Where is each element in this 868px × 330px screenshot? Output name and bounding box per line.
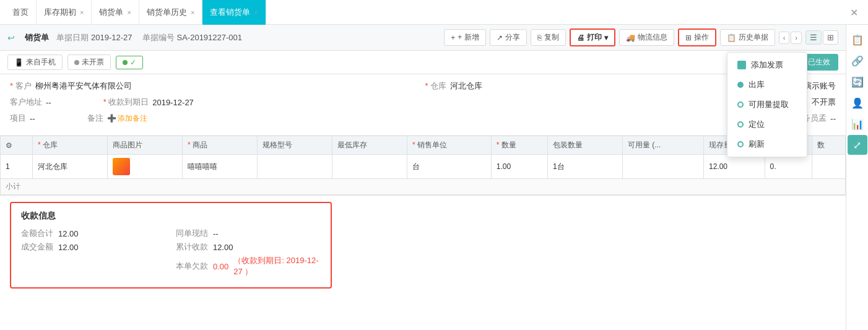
close-tab-history[interactable]: × — [191, 9, 194, 16]
doc-meta: 单据日期 2019-12-27 单据编号 SA-20191227-001 — [56, 32, 436, 43]
row-warehouse: 河北仓库 — [33, 155, 108, 179]
doc-date-label: 单据日期 — [56, 32, 89, 43]
table-header-row: ⚙ 仓库 商品图片 商品 规格型号 最低库存 销售单位 数量 包装数量 可用量 … — [1, 136, 846, 155]
ticket-type-value: 不开票 — [812, 97, 836, 108]
dropdown-add-invoice[interactable]: 添加发票 — [727, 55, 807, 75]
new-button[interactable]: + + 新增 — [444, 29, 485, 46]
grid-view-btn[interactable]: ⊞ — [823, 30, 838, 45]
action-toolbar-right: + + 新增 ↗ 分享 ⎘ 复制 🖨 打印 ▾ 🚚 — [444, 28, 838, 46]
row-unit: 台 — [407, 155, 491, 179]
cumulative-row: 累计收款 12.00 — [176, 241, 321, 253]
tab-sales-history[interactable]: 销货单历史 × — [139, 0, 202, 25]
customer-label: 客户 — [10, 80, 32, 92]
print-button[interactable]: 🖨 打印 ▾ — [570, 28, 615, 46]
operation-button[interactable]: ⊞ 操作 — [678, 28, 716, 46]
project-field: 项目 -- — [10, 113, 35, 124]
col-min-stock: 最低库存 — [332, 136, 407, 155]
warehouse-label: 仓库 — [425, 80, 447, 92]
close-tab-inventory[interactable]: × — [80, 9, 84, 16]
copy-button[interactable]: ⎘ 复制 — [531, 29, 566, 46]
row-min-stock — [332, 155, 407, 179]
plus-icon: ➕ — [107, 114, 116, 123]
amount-value: 12.00 — [58, 229, 79, 238]
row-qty: 1.00 — [491, 155, 547, 179]
sidebar-icon-clipboard[interactable]: 📋 — [848, 30, 867, 50]
project-label: 项目 — [10, 113, 26, 124]
amount-row: 金额合计 12.00 — [21, 228, 166, 239]
sidebar-icon-expand[interactable]: ⤢ — [848, 135, 867, 155]
doc-no-label: 单据编号 — [142, 32, 175, 43]
operation-grid-icon: ⊞ — [685, 33, 692, 42]
logistics-icon: 🚚 — [626, 33, 635, 42]
secondary-toolbar: 📱 来自手机 未开票 ✓ ✓ 已核销 ✓ 已生效 — [0, 51, 846, 74]
transaction-label: 成交金额 — [21, 241, 53, 253]
customer-value: 柳州粤港平安气体有限公司 — [35, 80, 132, 92]
address-label: 客户地址 — [10, 97, 42, 108]
sidebar-icon-refresh[interactable]: 🔄 — [848, 72, 867, 92]
same-settlement-value: -- — [213, 229, 219, 238]
doc-date-field: 单据日期 2019-12-27 — [56, 32, 132, 43]
logistics-button[interactable]: 🚚 物流信息 — [619, 29, 674, 46]
dropdown-available-qty[interactable]: 可用量提取 — [727, 95, 807, 115]
cumulative-value: 12.00 — [213, 243, 233, 252]
tab-view-sales[interactable]: 查看销货单 × — [202, 0, 266, 25]
dropdown-refresh[interactable]: 刷新 — [727, 134, 807, 154]
amount-label: 金额合计 — [21, 228, 53, 239]
tab-inventory-init[interactable]: 库存期初 × — [37, 0, 92, 25]
history-button[interactable]: 📋 历史单据 — [720, 29, 775, 46]
tab-bar: 首页 库存期初 × 销货单 × 销货单历史 × 查看销货单 × ✕ — [0, 0, 868, 25]
address-field: 客户地址 -- — [10, 97, 51, 108]
operation-dropdown: 添加发票 出库 可用量提取 定位 — [727, 52, 807, 157]
print-dropdown-arrow: ▾ — [604, 33, 608, 42]
doc-header: ↩ 销货单 单据日期 2019-12-27 单据编号 SA-20191227-0… — [0, 25, 846, 51]
product-table: ⚙ 仓库 商品图片 商品 规格型号 最低库存 销售单位 数量 包装数量 可用量 … — [0, 136, 846, 196]
from-phone-button[interactable]: 📱 来自手机 — [7, 54, 63, 70]
row-more — [812, 155, 845, 179]
locate-icon — [737, 121, 744, 128]
row-spec — [258, 155, 332, 179]
staff2-value: -- — [830, 114, 836, 123]
phone-icon: 📱 — [14, 58, 24, 67]
row-no: 1 — [1, 155, 33, 179]
confirm-button[interactable]: ✓ — [116, 56, 143, 69]
dropdown-outbound[interactable]: 出库 — [727, 75, 807, 95]
row-price: 0. — [765, 155, 812, 179]
sidebar-icon-link[interactable]: 🔗 — [848, 51, 867, 71]
close-tab-sales[interactable]: × — [127, 9, 131, 16]
close-tab-view[interactable]: × — [254, 9, 258, 16]
staff-value: 演示账号 — [804, 80, 836, 92]
available-qty-icon — [737, 102, 744, 108]
owed-value: 0.00 — [213, 262, 228, 271]
list-view-btn[interactable]: ☰ — [805, 30, 822, 45]
table-row: 1 河北仓库 嘻嘻嘻嘻 台 1.00 1台 12.00 0. — [1, 155, 846, 179]
close-window-button[interactable]: ✕ — [850, 6, 858, 18]
sidebar-icon-chart[interactable]: 📊 — [848, 114, 867, 134]
new-icon: + — [451, 33, 455, 42]
share-button[interactable]: ↗ 分享 — [490, 29, 527, 46]
prev-arrow[interactable]: ‹ — [779, 32, 790, 44]
product-table-inner: ⚙ 仓库 商品图片 商品 规格型号 最低库存 销售单位 数量 包装数量 可用量 … — [0, 136, 846, 195]
not-open-ticket-button[interactable]: 未开票 — [67, 54, 111, 70]
tab-sales-order[interactable]: 销货单 × — [92, 0, 139, 25]
confirm-icon — [123, 60, 128, 65]
add-note-button[interactable]: ➕ 添加备注 — [107, 113, 147, 124]
share-icon: ↗ — [497, 33, 503, 42]
next-arrow[interactable]: › — [791, 32, 802, 44]
due-date-field: 收款到期日 2019-12-27 — [103, 97, 194, 108]
tab-home[interactable]: 首页 — [5, 0, 37, 25]
row-stock: 12.00 — [703, 155, 765, 179]
sidebar-icon-user[interactable]: 👤 — [848, 93, 867, 113]
right-sidebar: 📋 🔗 🔄 👤 📊 ⤢ — [846, 25, 868, 330]
due-date-label: 收款到期日 — [103, 97, 149, 108]
dropdown-locate[interactable]: 定位 — [727, 115, 807, 134]
col-product: 商品 — [183, 136, 258, 155]
form-row-3: 项目 -- 备注 ➕ 添加备注 业务员孟 -- — [10, 113, 836, 124]
doc-type-icon: ↩ — [7, 33, 15, 43]
copy-icon: ⎘ — [537, 33, 542, 42]
row-pack-qty: 1台 — [548, 155, 623, 179]
col-image: 商品图片 — [108, 136, 183, 155]
gear-icon: ⚙ — [6, 141, 12, 150]
transaction-value: 12.00 — [58, 243, 79, 252]
view-toggle: ☰ ⊞ — [805, 30, 838, 45]
row-image — [108, 155, 183, 179]
